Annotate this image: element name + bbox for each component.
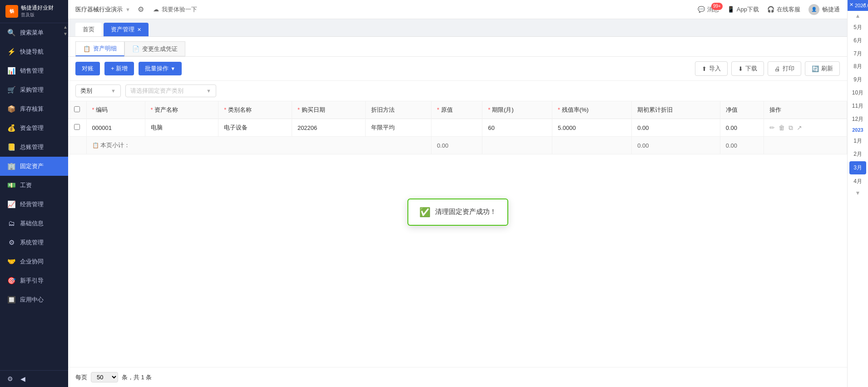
subtotal-initial: 0.00 [632, 137, 720, 154]
sidebar-item-search[interactable]: 🔍 搜索菜单 [0, 23, 68, 42]
subtotal-empty-cell [68, 137, 86, 154]
sidebar-item-app-center[interactable]: 🔲 应用中心 [0, 290, 68, 309]
toolbar: 对账 + 新增 批量操作 ▼ ⬆ 导入 ⬇ 下载 🖨 打 [68, 57, 847, 81]
collapse-icon[interactable]: ◀ [20, 375, 25, 382]
edit-icon[interactable]: ✏ [769, 124, 775, 131]
import-icon: ⬆ [702, 65, 707, 72]
per-page-select[interactable]: 50 10 20 100 [91, 372, 118, 382]
tab-home[interactable]: 首页 [75, 23, 102, 36]
sidebar-label-guide: 新手引导 [20, 277, 44, 285]
sidebar-item-basic-info[interactable]: 🗂 基础信息 [0, 214, 68, 233]
toast-overlay: ✅ 清理固定资产成功！ [407, 198, 508, 226]
main-content: 医疗器械行业演示 ▼ ⚙ ☁ 我要体验一下 💬 消息 99+ 📱 App下载 🎧… [68, 0, 847, 387]
calendar-month-item[interactable]: 9月 [848, 73, 868, 86]
sidebar-item-inventory[interactable]: 📦 库存核算 [0, 99, 68, 119]
calendar-month-item[interactable]: 12月 [848, 113, 868, 126]
sidebar-item-funds[interactable]: 💰 资金管理 [0, 119, 68, 138]
calendar-month-item[interactable]: 8月 [848, 60, 868, 73]
table-container: * 编码 * 资产名称 * 类别名称 * 购买日期 折旧方法 * 原值 * 期限… [68, 101, 847, 367]
calendar-down-btn[interactable]: ▼ [854, 189, 862, 197]
user-profile[interactable]: 👤 畅捷通 [808, 4, 840, 15]
calendar-month-item[interactable]: 4月 [848, 175, 868, 188]
calendar-month-item[interactable]: 11月 [848, 99, 868, 113]
payroll-icon: 💵 [7, 181, 15, 189]
category-input-select[interactable]: 请选择固定资产类别 ▼ [125, 84, 216, 97]
company-selector[interactable]: 医疗器械行业演示 ▼ [75, 5, 130, 14]
th-initial-depreciation: 期初累计折旧 [632, 101, 720, 119]
select-all-checkbox[interactable] [74, 106, 80, 112]
calendar-month-item[interactable]: 10月 [848, 86, 868, 99]
category-filter-select[interactable]: 类别 ▼ [75, 84, 121, 97]
sidebar-scroll: 🔍 搜索菜单 ⚡ 快捷导航 📊 销售管理 🛒 采购管理 📦 库存核算 💰 资金管… [0, 23, 68, 370]
system-icon: ⚙ [7, 238, 15, 247]
settings-bottom-icon[interactable]: ⚙ [7, 375, 13, 382]
sub-tab-change-voucher[interactable]: 📄 变更生成凭证 [124, 41, 185, 56]
brand-name: 畅捷通好业财 [21, 5, 54, 12]
row-checkbox[interactable] [74, 124, 80, 130]
asset-detail-icon: 📋 [83, 45, 90, 52]
sidebar-item-system[interactable]: ⚙ 系统管理 [0, 233, 68, 252]
close-calendar-icon[interactable]: ✕ [849, 2, 853, 8]
calendar-nav-bottom: ▼ [848, 188, 868, 198]
new-button[interactable]: + 新增 [104, 62, 134, 75]
app-download-icon: 📱 [727, 6, 734, 13]
th-net-value: 净值 [720, 101, 764, 119]
calendar-up-btn[interactable]: ▲ [854, 12, 862, 20]
page-content: 📋 资产明细 📄 变更生成凭证 对账 + 新增 批量操作 ▼ ⬆ [68, 37, 847, 387]
calendar-month-item[interactable]: 7月 [848, 47, 868, 60]
calendar-month-item[interactable]: 1月 [848, 134, 868, 148]
print-button[interactable]: 🖨 打印 [768, 61, 801, 76]
sidebar-item-purchase[interactable]: 🛒 采购管理 [0, 80, 68, 99]
sidebar: 畅 畅捷通好业财 普及版 ▲ ▼ 🔍 搜索菜单 ⚡ 快捷导航 📊 销售管理 🛒 … [0, 0, 68, 387]
message-action[interactable]: 💬 消息 99+ [698, 5, 719, 14]
app-center-icon: 🔲 [7, 296, 15, 304]
sidebar-item-fixed-assets[interactable]: 🏢 固定资产 [0, 157, 68, 176]
toolbar-right: ⬆ 导入 ⬇ 下载 🖨 打印 🔄 刷新 [695, 61, 840, 76]
calendar-nav: ▲ [848, 11, 868, 21]
print-icon: 🖨 [774, 65, 780, 72]
refresh-button[interactable]: 🔄 刷新 [805, 61, 840, 76]
sidebar-scroll-down[interactable]: ▼ [63, 31, 68, 36]
th-code: * 编码 [86, 101, 145, 119]
calendar-month-item[interactable]: 3月 [849, 161, 866, 174]
app-download-action[interactable]: 📱 App下载 [727, 5, 759, 14]
download-button[interactable]: ⬇ 下载 [731, 61, 764, 76]
sidebar-item-ledger[interactable]: 📒 总账管理 [0, 138, 68, 157]
operations-icon: 📈 [7, 200, 15, 208]
tab-asset-management[interactable]: 资产管理 ✕ [104, 23, 149, 36]
calendar-month-item[interactable]: 5月 [848, 21, 868, 34]
experience-label: 我要体验一下 [162, 5, 197, 14]
ledger-icon: 📒 [7, 143, 15, 151]
sidebar-item-sales[interactable]: 📊 销售管理 [0, 61, 68, 80]
sub-tab-asset-detail[interactable]: 📋 资产明细 [75, 41, 124, 56]
header-settings-icon[interactable]: ⚙ [138, 5, 144, 14]
copy-icon[interactable]: ⧉ [789, 124, 793, 132]
sidebar-item-payroll[interactable]: 💵 工资 [0, 176, 68, 195]
more-icon[interactable]: ↗ [797, 124, 802, 131]
filter-category-dropdown-icon: ▼ [111, 88, 116, 94]
expand-calendar-icon[interactable]: ⤢ [862, 2, 866, 8]
experience-icon: ☁ [153, 6, 159, 13]
sidebar-scroll-up[interactable]: ▲ [63, 25, 68, 30]
online-service-action[interactable]: 🎧 在线客服 [767, 5, 800, 14]
fixed-assets-icon: 🏢 [7, 162, 15, 170]
delete-icon[interactable]: 🗑 [779, 124, 785, 131]
tab-close-icon[interactable]: ✕ [137, 27, 141, 33]
sidebar-label-fixed-assets: 固定资产 [20, 162, 44, 170]
sidebar-label-app-center: 应用中心 [20, 296, 44, 304]
sidebar-item-enterprise[interactable]: 🤝 企业协同 [0, 252, 68, 271]
batch-button[interactable]: 批量操作 ▼ [139, 62, 182, 75]
th-category: * 类别名称 [218, 101, 292, 119]
reconcile-button[interactable]: 对账 [75, 62, 100, 75]
td-net-value: 0.00 [720, 119, 764, 137]
calendar-month-item[interactable]: 2月 [848, 148, 868, 161]
sidebar-item-guide[interactable]: 🎯 新手引导 [0, 271, 68, 290]
sidebar-bottom: ⚙ ◀ [0, 370, 68, 387]
category-placeholder: 请选择固定资产类别 [130, 87, 184, 95]
sub-tab-asset-detail-label: 资产明细 [93, 45, 117, 53]
sidebar-item-quick-nav[interactable]: ⚡ 快捷导航 [0, 42, 68, 61]
sidebar-item-operations[interactable]: 📈 经营管理 [0, 195, 68, 214]
experience-button[interactable]: ☁ 我要体验一下 [153, 5, 197, 14]
calendar-month-item[interactable]: 6月 [848, 34, 868, 47]
import-button[interactable]: ⬆ 导入 [695, 61, 728, 76]
